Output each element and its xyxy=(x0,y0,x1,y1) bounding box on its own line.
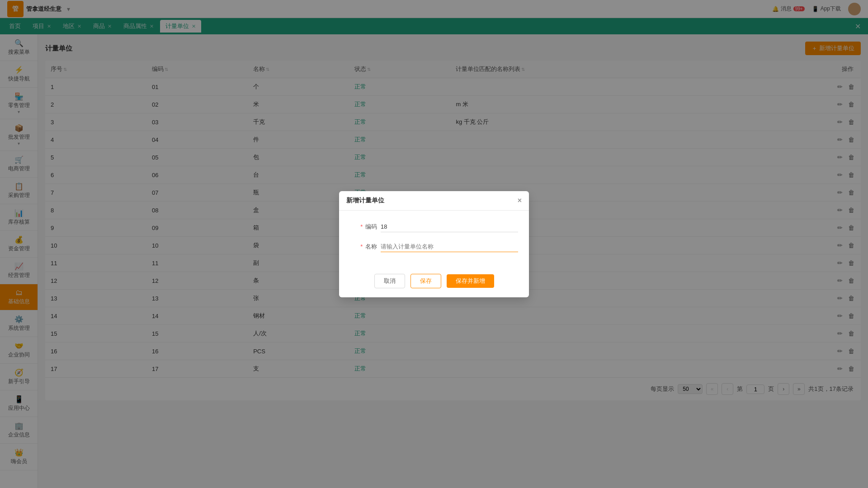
name-form-row: * 名称 xyxy=(350,241,518,252)
modal-title: 新增计量单位 xyxy=(346,197,384,205)
code-label: * 编码 xyxy=(350,223,377,231)
modal-close-button[interactable]: × xyxy=(518,197,522,205)
modal-overlay[interactable]: 新增计量单位 × * 编码 * 名称 取消 保存 保存并新增 xyxy=(0,0,868,488)
name-label: * 名称 xyxy=(350,243,377,251)
modal-footer: 取消 保存 保存并新增 xyxy=(339,268,529,297)
code-input[interactable] xyxy=(381,221,518,232)
code-form-row: * 编码 xyxy=(350,221,518,232)
save-and-continue-button[interactable]: 保存并新增 xyxy=(447,274,494,288)
name-input[interactable] xyxy=(381,241,518,252)
code-required-star: * xyxy=(360,223,363,230)
modal-body: * 编码 * 名称 xyxy=(339,211,529,268)
cancel-button[interactable]: 取消 xyxy=(374,274,405,288)
add-unit-modal: 新增计量单位 × * 编码 * 名称 取消 保存 保存并新增 xyxy=(339,191,529,297)
save-button[interactable]: 保存 xyxy=(410,274,441,288)
name-required-star: * xyxy=(360,243,363,250)
modal-header: 新增计量单位 × xyxy=(339,191,529,211)
